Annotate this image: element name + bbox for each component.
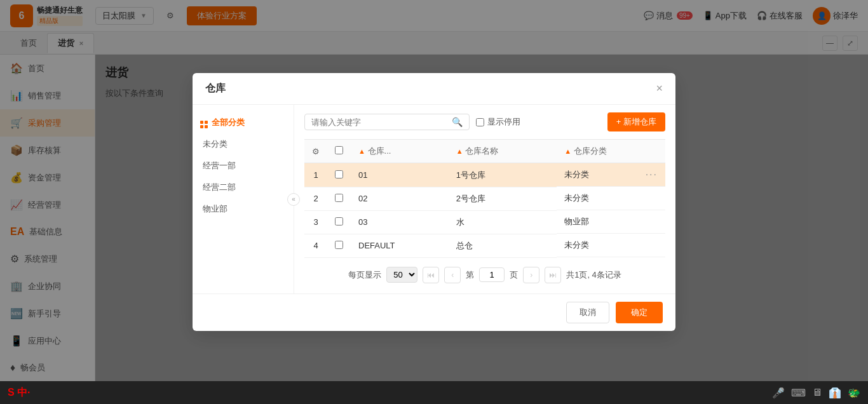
sort-icon-cat: ▲ xyxy=(564,147,571,155)
category-item-property[interactable]: 物业部 xyxy=(193,198,294,220)
modal-title: 仓库 xyxy=(205,82,226,95)
per-page-label: 每页显示 xyxy=(348,269,381,281)
search-icon[interactable]: 🔍 xyxy=(452,117,463,127)
row-num: 4 xyxy=(304,234,327,257)
category-item-unclassified[interactable]: 未分类 xyxy=(193,133,294,155)
row-category: 物业部 xyxy=(557,210,665,234)
table-row[interactable]: 3 03 水 物业部 xyxy=(304,210,665,234)
col-check[interactable] xyxy=(327,140,351,163)
shirt-icon[interactable]: 👔 xyxy=(829,387,841,399)
bottombar: S 中· 🎤 ⌨ 🖥 👔 🐲 xyxy=(0,381,868,404)
row-category: 未分类 xyxy=(557,187,665,210)
sort-icon-name: ▲ xyxy=(456,147,463,155)
table-row[interactable]: 1 01 1号仓库 未分类 ··· xyxy=(304,163,665,187)
row-code: 01 xyxy=(351,163,449,187)
search-input[interactable] xyxy=(311,118,448,127)
per-page-select[interactable]: 50 xyxy=(386,267,417,283)
row-code: 02 xyxy=(351,187,449,210)
row-code: 03 xyxy=(351,210,449,234)
total-info-label: 共1页, 4条记录 xyxy=(566,269,621,281)
row-name: 总仓 xyxy=(449,234,557,257)
page-unit-label: 页 xyxy=(510,269,518,281)
cancel-button[interactable]: 取消 xyxy=(566,302,609,323)
show-disabled-checkbox[interactable] xyxy=(476,118,484,126)
row-checkbox[interactable] xyxy=(335,194,343,202)
col-name-header: ▲ 仓库名称 xyxy=(449,140,557,163)
row-name: 水 xyxy=(449,210,557,234)
row-checkbox[interactable] xyxy=(335,170,343,178)
row-checkbox[interactable] xyxy=(335,217,343,226)
ok-button[interactable]: 确定 xyxy=(616,302,663,323)
prev-page-button[interactable]: ‹ xyxy=(444,267,461,283)
display-icon[interactable]: 🖥 xyxy=(812,387,822,398)
category-item-operation2[interactable]: 经营二部 xyxy=(193,177,294,198)
search-box: 🔍 xyxy=(304,114,470,130)
row-num: 2 xyxy=(304,187,327,210)
first-page-button[interactable]: ⏮ xyxy=(423,267,439,283)
table-row[interactable]: 2 02 2号仓库 未分类 xyxy=(304,187,665,210)
row-code: DEFAULT xyxy=(351,234,449,257)
all-category-label: 全部分类 xyxy=(212,117,245,128)
col-name-label: 仓库名称 xyxy=(465,146,498,156)
row-checkbox[interactable] xyxy=(335,241,343,249)
modal-footer: 取消 确定 xyxy=(193,293,675,331)
add-warehouse-button[interactable]: + 新增仓库 xyxy=(607,112,665,131)
row-num: 3 xyxy=(304,210,327,234)
modal-close-button[interactable]: × xyxy=(656,82,663,95)
next-page-button[interactable]: › xyxy=(523,267,539,283)
show-disabled-checkbox-label[interactable]: 显示停用 xyxy=(476,116,520,128)
col-gear[interactable]: ⚙ xyxy=(304,140,327,163)
modal-body: 全部分类 未分类 经营一部 经营二部 物业部 « 🔍 xyxy=(193,105,675,293)
collapse-panel-button[interactable]: « xyxy=(287,193,300,206)
row-checkbox-cell xyxy=(327,210,351,234)
category-panel: 全部分类 未分类 经营一部 经营二部 物业部 « xyxy=(193,105,294,293)
pagination: 每页显示 50 ⏮ ‹ 第 页 › ⏭ 共1页, 4条记录 xyxy=(304,258,665,286)
row-checkbox-cell xyxy=(327,187,351,210)
sort-icon: ▲ xyxy=(358,147,365,155)
more-actions-button[interactable]: ··· xyxy=(646,169,658,180)
show-disabled-label: 显示停用 xyxy=(487,116,520,128)
row-category: 未分类 ··· xyxy=(557,163,665,187)
col-category-label: 仓库分类 xyxy=(574,146,607,156)
row-name: 2号仓库 xyxy=(449,187,557,210)
select-all-checkbox[interactable] xyxy=(335,146,343,154)
table-toolbar: 🔍 显示停用 + 新增仓库 xyxy=(304,112,665,131)
microphone-icon[interactable]: 🎤 xyxy=(772,387,785,399)
row-checkbox-cell xyxy=(327,234,351,257)
row-name: 1号仓库 xyxy=(449,163,557,187)
col-code-header: ▲ 仓库... xyxy=(351,140,449,163)
table-row[interactable]: 4 DEFAULT 总仓 未分类 xyxy=(304,234,665,257)
row-category: 未分类 xyxy=(557,234,665,257)
col-category-header: ▲ 仓库分类 xyxy=(557,140,665,163)
category-item-operation1[interactable]: 经营一部 xyxy=(193,155,294,177)
modal-header: 仓库 × xyxy=(193,73,675,105)
all-category-item[interactable]: 全部分类 xyxy=(193,111,294,133)
bottom-logo: S 中· xyxy=(8,386,31,400)
warehouse-table: ⚙ ▲ 仓库... ▲ 仓库名称 ▲ xyxy=(304,139,665,258)
page-number-input[interactable] xyxy=(479,267,505,282)
table-panel: 🔍 显示停用 + 新增仓库 ⚙ ▲ xyxy=(294,105,675,293)
warehouse-modal: 仓库 × 全部分类 未分类 经营一部 经营二部 物业 xyxy=(193,73,675,331)
col-code-label: 仓库... xyxy=(368,146,391,156)
last-page-button[interactable]: ⏭ xyxy=(545,267,561,283)
dragon-icon[interactable]: 🐲 xyxy=(848,387,860,399)
modal-overlay: 仓库 × 全部分类 未分类 经营一部 经营二部 物业 xyxy=(0,0,868,404)
row-num: 1 xyxy=(304,163,327,187)
row-checkbox-cell xyxy=(327,163,351,187)
keyboard-icon[interactable]: ⌨ xyxy=(791,387,806,399)
grid-icon xyxy=(200,116,208,128)
page-label: 第 xyxy=(466,269,474,281)
